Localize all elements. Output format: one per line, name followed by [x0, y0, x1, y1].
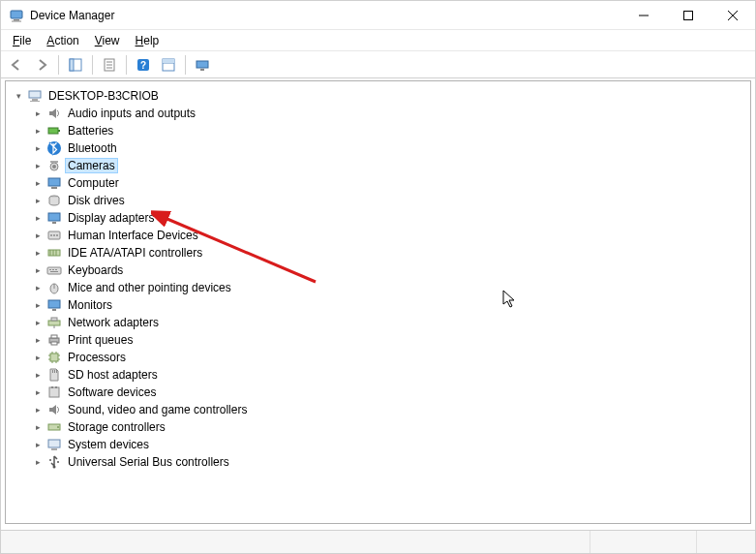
chevron-down-icon[interactable]: ▾ [12, 89, 25, 103]
tree-item-system-devices[interactable]: ▸System devices [10, 436, 746, 453]
tree-item-label: System devices [66, 438, 151, 451]
tree-item-label: Batteries [66, 124, 115, 138]
svg-point-35 [50, 234, 52, 236]
svg-rect-30 [51, 187, 57, 189]
tree-item-computer[interactable]: ▸Computer [10, 174, 746, 192]
status-pane-1 [1, 531, 590, 553]
disk-icon [46, 193, 62, 208]
tree-item-network-adapters[interactable]: ▸Network adapters [10, 314, 746, 331]
monitor-icon [46, 297, 62, 313]
network-icon [46, 315, 62, 330]
menu-view[interactable]: View [89, 32, 126, 49]
tree-item-sd-host-adapters[interactable]: ▸SD host adapters [10, 366, 746, 384]
svg-rect-51 [48, 321, 60, 325]
chevron-right-icon[interactable]: ▸ [31, 124, 45, 138]
chevron-right-icon[interactable]: ▸ [31, 420, 45, 434]
toolbar-separator [126, 55, 127, 75]
tree-item-audio-inputs-and-outputs[interactable]: ▸Audio inputs and outputs [10, 105, 746, 122]
tree-item-batteries[interactable]: ▸Batteries [10, 122, 746, 139]
bluetooth-icon [46, 140, 62, 156]
tree-item-universal-serial-bus-controllers[interactable]: ▸Universal Serial Bus controllers [10, 453, 746, 471]
chevron-right-icon[interactable]: ▸ [31, 333, 45, 347]
hid-icon [46, 228, 62, 243]
tree-item-human-interface-devices[interactable]: ▸Human Interface Devices [10, 227, 746, 244]
tree-item-disk-drives[interactable]: ▸Disk drives [10, 192, 746, 209]
chevron-right-icon[interactable]: ▸ [31, 194, 45, 207]
tree-item-keyboards[interactable]: ▸Keyboards [10, 262, 746, 279]
properties-button[interactable] [98, 53, 121, 77]
tree-item-monitors[interactable]: ▸Monitors [10, 296, 746, 314]
help-button[interactable]: ? [132, 53, 155, 77]
action-list-button[interactable] [157, 53, 180, 77]
minimize-button[interactable] [621, 1, 666, 30]
tree-item-mice-and-other-pointing-devices[interactable]: ▸Mice and other pointing devices [10, 279, 746, 296]
chevron-right-icon[interactable]: ▸ [31, 316, 45, 329]
computer-root-icon [27, 88, 43, 104]
chevron-right-icon[interactable]: ▸ [31, 298, 45, 312]
svg-rect-52 [51, 318, 57, 321]
forward-button[interactable] [30, 53, 53, 77]
chevron-right-icon[interactable]: ▸ [31, 351, 45, 364]
show-devices-button[interactable] [191, 53, 214, 77]
back-button[interactable] [5, 53, 28, 77]
chevron-right-icon[interactable]: ▸ [31, 159, 45, 172]
menu-file[interactable]: File [7, 32, 37, 49]
svg-rect-66 [52, 370, 53, 373]
tree-item-storage-controllers[interactable]: ▸Storage controllers [10, 418, 746, 436]
tree-item-display-adapters[interactable]: ▸Display adapters [10, 209, 746, 227]
menu-help[interactable]: Help [130, 32, 166, 49]
battery-icon [46, 123, 62, 138]
svg-rect-17 [163, 59, 174, 63]
chevron-right-icon[interactable]: ▸ [31, 403, 45, 416]
tree-item-ide-ata-atapi-controllers[interactable]: ▸IDE ATA/ATAPI controllers [10, 244, 746, 262]
chevron-right-icon[interactable]: ▸ [31, 229, 45, 242]
maximize-button[interactable] [666, 1, 711, 30]
sound-icon [46, 402, 62, 417]
svg-rect-0 [11, 11, 22, 18]
tree-item-print-queues[interactable]: ▸Print queues [10, 331, 746, 349]
tree-item-desktop-b3criob[interactable]: ▾DESKTOP-B3CRIOB [10, 87, 746, 105]
camera-icon [46, 158, 62, 173]
chevron-right-icon[interactable]: ▸ [31, 176, 45, 190]
chevron-right-icon[interactable]: ▸ [31, 281, 45, 294]
chevron-right-icon[interactable]: ▸ [31, 385, 45, 399]
display-icon [46, 210, 62, 226]
tree-item-bluetooth[interactable]: ▸Bluetooth [10, 139, 746, 157]
tree-item-label: Mice and other pointing devices [66, 281, 233, 294]
tree-item-cameras[interactable]: ▸Cameras [10, 157, 746, 174]
close-button[interactable] [711, 1, 755, 30]
tree-item-label: Universal Serial Bus controllers [66, 455, 231, 469]
show-hide-tree-button[interactable] [64, 53, 87, 77]
toolbar-separator [58, 55, 59, 75]
svg-rect-24 [58, 130, 60, 132]
keyboard-icon [46, 262, 62, 278]
svg-rect-18 [197, 61, 208, 68]
svg-point-36 [53, 234, 55, 236]
chevron-right-icon[interactable]: ▸ [31, 107, 45, 120]
chevron-right-icon[interactable]: ▸ [31, 438, 45, 451]
tree-item-processors[interactable]: ▸Processors [10, 349, 746, 366]
app-icon [9, 8, 24, 23]
chevron-right-icon[interactable]: ▸ [31, 455, 45, 469]
computer-icon [46, 175, 62, 191]
toolbar: ? [1, 51, 755, 78]
chevron-right-icon[interactable]: ▸ [31, 246, 45, 260]
chevron-right-icon[interactable]: ▸ [31, 211, 45, 225]
menubar: File Action View Help [1, 30, 755, 51]
svg-rect-49 [48, 300, 60, 308]
chevron-right-icon[interactable]: ▸ [31, 368, 45, 382]
svg-rect-28 [50, 161, 58, 163]
tree-item-label: Network adapters [66, 316, 161, 329]
tree-item-software-devices[interactable]: ▸Software devices [10, 384, 746, 401]
tree-item-sound-video-and-game-controllers[interactable]: ▸Sound, video and game controllers [10, 401, 746, 418]
menu-action[interactable]: Action [41, 32, 84, 49]
chevron-right-icon[interactable]: ▸ [31, 141, 45, 155]
tree-item-label: Monitors [66, 298, 114, 312]
chevron-right-icon[interactable]: ▸ [31, 263, 45, 277]
device-tree-panel[interactable]: ▾DESKTOP-B3CRIOB▸Audio inputs and output… [5, 80, 751, 524]
svg-rect-29 [48, 178, 60, 186]
processor-icon [46, 350, 62, 365]
tree-item-label: Display adapters [66, 211, 156, 225]
toolbar-separator [92, 55, 93, 75]
status-pane-2 [590, 531, 697, 553]
